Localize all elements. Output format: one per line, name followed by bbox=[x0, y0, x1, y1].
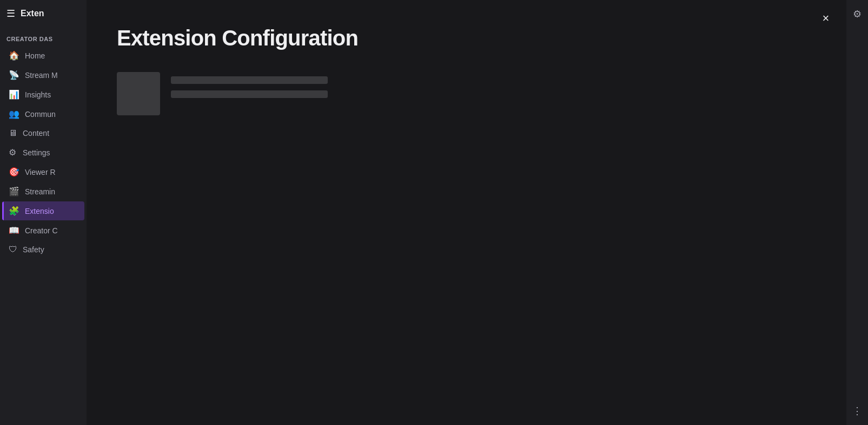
sidebar-item-safety[interactable]: 🛡Safety bbox=[2, 240, 84, 259]
content-icon: 🖥 bbox=[9, 128, 17, 138]
hamburger-icon[interactable]: ☰ bbox=[6, 8, 15, 19]
right-more-icon[interactable]: ⋮ bbox=[847, 401, 867, 421]
sidebar-item-extensions[interactable]: 🧩Extensio bbox=[2, 201, 84, 220]
sidebar-section-label: CREATOR DAS bbox=[0, 27, 87, 45]
modal-overlay: × Extension Configuration bbox=[87, 0, 846, 425]
loading-bar-subtitle bbox=[171, 90, 328, 98]
viewer-rewards-label: Viewer R bbox=[25, 168, 56, 176]
community-icon: 👥 bbox=[9, 109, 19, 119]
viewer-rewards-icon: 🎯 bbox=[9, 167, 19, 177]
sidebar-item-stream-manager[interactable]: 📡Stream M bbox=[2, 66, 84, 84]
sidebar-item-creator-camp[interactable]: 📖Creator C bbox=[2, 221, 84, 240]
sidebar: ☰ Exten CREATOR DAS 🏠Home📡Stream M📊Insig… bbox=[0, 0, 87, 425]
home-label: Home bbox=[25, 51, 45, 60]
sidebar-item-insights[interactable]: 📊Insights bbox=[2, 85, 84, 104]
stream-manager-icon: 📡 bbox=[9, 70, 19, 80]
creator-camp-label: Creator C bbox=[25, 226, 58, 235]
loading-bar-title bbox=[171, 76, 328, 84]
extension-info bbox=[171, 72, 328, 98]
modal-title: Extension Configuration bbox=[117, 26, 816, 50]
content-label: Content bbox=[23, 129, 49, 138]
streaming-tools-icon: 🎬 bbox=[9, 186, 19, 197]
extension-preview bbox=[117, 72, 816, 115]
sidebar-item-community[interactable]: 👥Commun bbox=[2, 104, 84, 123]
extension-configuration-modal: × Extension Configuration bbox=[87, 0, 846, 425]
streaming-tools-label: Streamin bbox=[25, 187, 55, 196]
extensions-label: Extensio bbox=[25, 207, 54, 215]
sidebar-nav: 🏠Home📡Stream M📊Insights👥Commun🖥Content⚙S… bbox=[0, 45, 87, 259]
main-content: ✉ 🔔 × Extension Configuration bbox=[87, 0, 846, 425]
insights-label: Insights bbox=[25, 90, 51, 99]
community-label: Commun bbox=[25, 110, 56, 119]
sidebar-item-home[interactable]: 🏠Home bbox=[2, 46, 84, 65]
right-settings-icon[interactable]: ⚙ bbox=[847, 4, 867, 24]
right-sidebar: ⚙ ⋮ bbox=[846, 0, 868, 425]
sidebar-brand: Exten bbox=[21, 9, 44, 18]
safety-icon: 🛡 bbox=[9, 245, 17, 254]
safety-label: Safety bbox=[23, 245, 44, 254]
sidebar-item-content[interactable]: 🖥Content bbox=[2, 124, 84, 142]
extensions-icon: 🧩 bbox=[9, 206, 19, 216]
settings-icon: ⚙ bbox=[9, 147, 17, 158]
sidebar-item-viewer-rewards[interactable]: 🎯Viewer R bbox=[2, 162, 84, 181]
stream-manager-label: Stream M bbox=[25, 71, 58, 80]
insights-icon: 📊 bbox=[9, 89, 19, 100]
settings-label: Settings bbox=[23, 148, 50, 157]
extension-thumbnail bbox=[117, 72, 160, 115]
sidebar-header: ☰ Exten bbox=[0, 0, 87, 27]
modal-close-button[interactable]: × bbox=[816, 9, 836, 28]
creator-camp-icon: 📖 bbox=[9, 225, 19, 236]
sidebar-item-settings[interactable]: ⚙Settings bbox=[2, 143, 84, 162]
home-icon: 🏠 bbox=[9, 50, 19, 61]
sidebar-item-streaming-tools[interactable]: 🎬Streamin bbox=[2, 182, 84, 201]
